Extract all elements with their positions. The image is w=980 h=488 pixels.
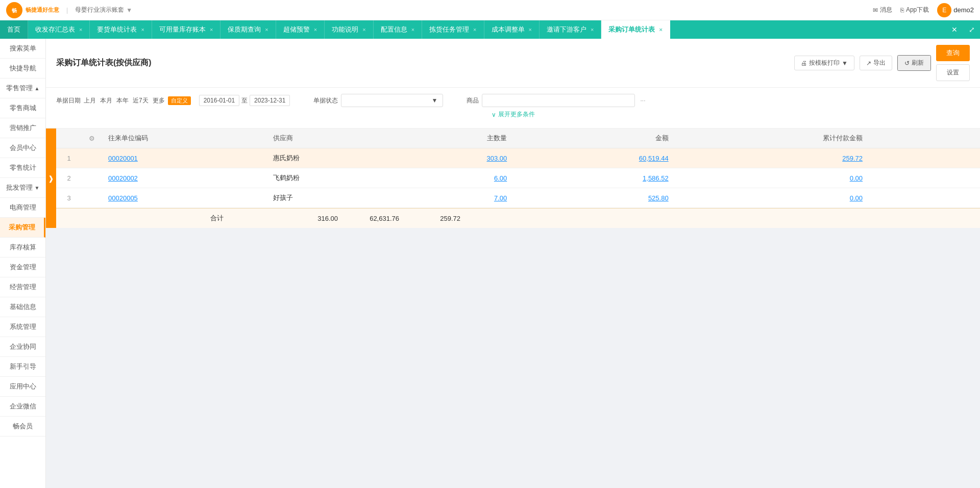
cell-qty-1: 6.00: [390, 168, 522, 188]
footer-amount: 62,631.76: [353, 215, 414, 222]
sidebar-item-retail-mgmt[interactable]: 零售管理 ▲: [0, 79, 45, 98]
sidebar-item-quick-nav[interactable]: 快捷导航: [0, 59, 45, 79]
sidebar-item-inventory-check[interactable]: 库存核算: [0, 238, 45, 258]
tab-receive-summary[interactable]: 收发存汇总表 ×: [28, 20, 90, 39]
query-button[interactable]: 查询: [936, 45, 970, 61]
page-header-actions: 🖨 按模板打印 ▼ ↗ 导出 ↺ 刷新 查询 设置: [794, 45, 970, 81]
sidebar-basic-info-label: 基础信息: [10, 303, 36, 311]
sidebar-item-system-mgmt[interactable]: 系统管理: [0, 317, 45, 337]
expand-more-button[interactable]: ∨ 展开更多条件: [492, 110, 535, 119]
breadcrumb-arrow: ▼: [126, 7, 132, 14]
tab-overstock-warning[interactable]: 超储预警 ×: [276, 20, 325, 39]
tab-home[interactable]: 首页: [0, 20, 28, 39]
date-filter: 单据日期 上月 本月 本年 近7天 更多 自定义: [56, 96, 191, 105]
tab-invite-downstream-close[interactable]: ×: [591, 27, 594, 33]
date-shortcuts: 上月 本月 本年 近7天 更多: [84, 96, 165, 105]
sidebar-item-purchase-mgmt[interactable]: 采购管理: [0, 218, 45, 238]
shortcut-this-year[interactable]: 本年: [116, 96, 129, 105]
content-area: 采购订单统计表(按供应商) 🖨 按模板打印 ▼ ↗ 导出 ↺ 刷新: [46, 39, 980, 488]
sidebar-item-finance-mgmt[interactable]: 资金管理: [0, 258, 45, 277]
tab-available-stock-close[interactable]: ×: [210, 27, 213, 33]
refresh-button[interactable]: ↺ 刷新: [897, 55, 931, 71]
sidebar-item-operations-mgmt[interactable]: 经营管理: [0, 277, 45, 297]
sidebar-item-enterprise-wechat[interactable]: 企业微信: [0, 397, 45, 417]
app-download-button[interactable]: ⎘ App下载: [900, 6, 929, 14]
shortcut-7days[interactable]: 近7天: [133, 96, 149, 105]
setting-button[interactable]: 设置: [936, 64, 970, 81]
filter-row-1: 单据日期 上月 本月 本年 近7天 更多 自定义 2016-01-01 至: [56, 94, 970, 107]
tab-warranty-query[interactable]: 保质期查询 ×: [220, 20, 276, 39]
tab-config-info[interactable]: 配置信息 ×: [374, 20, 422, 39]
goods-input[interactable]: [482, 94, 635, 107]
goods-more-icon[interactable]: ···: [640, 97, 645, 104]
print-icon: 🖨: [801, 60, 807, 67]
tab-purchase-summary[interactable]: 采购订单统计表 ×: [601, 20, 670, 39]
tab-receive-summary-close[interactable]: ×: [79, 27, 82, 33]
tab-pick-task-close[interactable]: ×: [473, 27, 476, 33]
sidebar-item-marketing[interactable]: 营销推广: [0, 118, 45, 138]
collapse-toggle-button[interactable]: ❱: [46, 129, 56, 228]
sidebar-new-guide-label: 新手引导: [10, 363, 36, 370]
sidebar-item-retail-stats[interactable]: 零售统计: [0, 158, 45, 178]
print-label: 按模板打印: [809, 59, 840, 67]
tab-function-desc-close[interactable]: ×: [362, 27, 365, 33]
table-row: 2 00020002 飞鹤奶粉 6.00 1,586.52 0.00: [56, 168, 980, 188]
tab-receive-summary-label: 收发存汇总表: [35, 25, 75, 34]
date-from[interactable]: 2016-01-01: [199, 95, 239, 106]
user-name: demo2: [953, 6, 974, 14]
cell-supplier-0: 惠氏奶粉: [267, 148, 390, 168]
cell-index-1: 2: [56, 168, 82, 188]
th-qty: 主数量: [390, 129, 522, 148]
sidebar-item-search[interactable]: 搜索英单: [0, 39, 45, 59]
tab-config-info-close[interactable]: ×: [411, 27, 414, 33]
tab-warranty-query-close[interactable]: ×: [265, 27, 268, 33]
sidebar-item-new-guide[interactable]: 新手引导: [0, 357, 45, 377]
tab-available-stock[interactable]: 可用量库存账本 ×: [152, 20, 220, 39]
sidebar-item-basic-info[interactable]: 基础信息: [0, 297, 45, 317]
shortcut-last-month[interactable]: 上月: [84, 96, 96, 105]
messages-button[interactable]: ✉ 消息: [873, 6, 892, 14]
tab-cost-adjust-close[interactable]: ×: [529, 27, 532, 33]
gear-icon[interactable]: ⚙: [89, 135, 95, 142]
tab-close-all-button[interactable]: ✕: [946, 20, 963, 39]
tab-order-summary-label: 要货单统计表: [97, 25, 137, 34]
status-select[interactable]: ▼: [341, 94, 443, 107]
sidebar-item-enterprise-collab[interactable]: 企业协同: [0, 337, 45, 357]
date-to[interactable]: 2023-12-31: [250, 95, 290, 106]
user-area[interactable]: E demo2: [937, 3, 974, 17]
sidebar-item-member[interactable]: 畅会员: [0, 417, 45, 436]
shortcut-more[interactable]: 更多: [153, 96, 165, 105]
tab-cost-adjust[interactable]: 成本调整单 ×: [484, 20, 540, 39]
tab-overstock-warning-close[interactable]: ×: [314, 27, 317, 33]
table-header-row: ⚙ 往来单位编码 供应商 主数量 金额 累计付款金额: [56, 129, 980, 148]
tab-pick-task[interactable]: 拣货任务管理 ×: [422, 20, 484, 39]
sidebar-item-ecommerce-mgmt[interactable]: 电商管理: [0, 198, 45, 218]
cell-qty-0: 303.00: [390, 148, 522, 168]
table-footer: 合计 316.00 62,631.76 259.72: [56, 208, 980, 228]
tab-purchase-summary-label: 采购订单统计表: [608, 25, 655, 34]
export-label: 导出: [873, 59, 886, 67]
sidebar-item-app-center[interactable]: 应用中心: [0, 377, 45, 397]
custom-badge: 自定义: [168, 96, 191, 105]
tab-maximize-button[interactable]: ⤢: [964, 20, 980, 39]
sidebar-item-retail-mall[interactable]: 零售商城: [0, 98, 45, 118]
refresh-label: 刷新: [912, 59, 924, 67]
tab-order-summary-close[interactable]: ×: [141, 27, 144, 33]
tab-purchase-summary-close[interactable]: ×: [659, 27, 662, 33]
expand-label: 展开更多条件: [498, 110, 535, 119]
th-extra: [878, 129, 980, 148]
sidebar-item-wholesale-mgmt[interactable]: 批发管理 ▼: [0, 178, 45, 198]
print-button[interactable]: 🖨 按模板打印 ▼: [794, 56, 854, 70]
print-arrow-icon: ▼: [842, 60, 848, 67]
shortcut-this-month[interactable]: 本月: [100, 96, 112, 105]
export-button[interactable]: ↗ 导出: [860, 56, 892, 70]
goods-filter-label: 商品: [467, 96, 479, 105]
sidebar-retail-mgmt-label: 零售管理: [6, 84, 33, 93]
svg-text:畅: 畅: [12, 8, 17, 13]
tab-order-summary[interactable]: 要货单统计表 ×: [90, 20, 152, 39]
tab-function-desc[interactable]: 功能说明 ×: [325, 20, 373, 39]
th-gear: ⚙: [82, 129, 102, 148]
tab-invite-downstream[interactable]: 邀请下游客户 ×: [540, 20, 601, 39]
sidebar-item-member-center[interactable]: 会员中心: [0, 138, 45, 158]
sidebar-purchase-mgmt-label: 采购管理: [9, 223, 35, 231]
